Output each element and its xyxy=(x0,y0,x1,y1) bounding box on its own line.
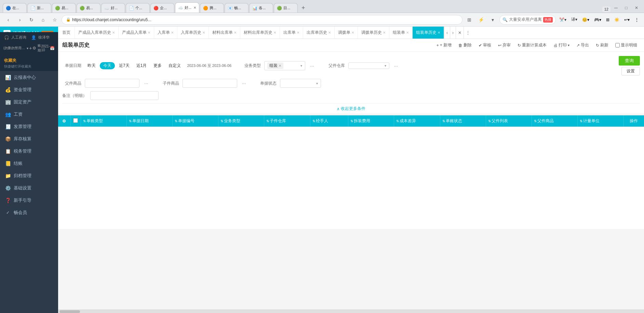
yesterday-btn[interactable]: 昨天 xyxy=(85,62,98,69)
tab-close-assembly-history[interactable]: ✕ xyxy=(438,31,440,34)
minimize-button[interactable]: ─ xyxy=(611,3,621,13)
browser-tab-11[interactable]: 📊各... xyxy=(249,3,273,13)
biz-type-select[interactable]: 组装 ✕ ▾ xyxy=(264,61,305,70)
delete-button[interactable]: 🗑 删除 xyxy=(456,41,474,49)
menu-button[interactable]: ⋮ xyxy=(633,17,641,23)
col-doc-type[interactable]: ⇅单账类型 xyxy=(81,115,126,127)
print-button[interactable]: 🖨 打印 ▾ xyxy=(551,41,572,49)
sidebar-item-tax[interactable]: 📋 税务管理 xyxy=(0,145,58,157)
recalc-button[interactable]: ↻ 重新计算成本 xyxy=(515,41,549,49)
show-detail-checkbox[interactable]: 显示明细 xyxy=(613,41,640,49)
horizontal-scrollbar[interactable] xyxy=(58,310,644,313)
col-handler[interactable]: ⇅经手人 xyxy=(310,115,348,127)
col-doc-status[interactable]: ⇅单账状态 xyxy=(440,115,486,127)
sidebar-item-assets[interactable]: 🏢 固定资产 xyxy=(0,96,58,108)
settings-col-icon[interactable]: ⚙ xyxy=(62,119,66,124)
add-company-icon[interactable]: + xyxy=(29,45,32,51)
nav-scroll-right[interactable]: › xyxy=(450,27,456,39)
parent-warehouse-more[interactable]: ··· xyxy=(393,63,400,69)
nav-tab-assembly[interactable]: 组装单 ✕ xyxy=(389,27,413,39)
game-tool[interactable]: 🎮▾ xyxy=(593,17,603,22)
custom-date-btn[interactable]: 自定义 xyxy=(166,62,184,69)
audit-button[interactable]: ✔ 审核 xyxy=(476,41,494,49)
export-button[interactable]: ↗ 导出 xyxy=(574,41,592,49)
maximize-button[interactable]: □ xyxy=(621,3,631,13)
scissors-tool[interactable]: ✂️▾ xyxy=(558,17,568,22)
nav-tab-transfer-history[interactable]: 调拨单历史 ✕ xyxy=(358,27,389,39)
sidebar-item-finance[interactable]: 💰 资金管理 xyxy=(0,84,58,96)
sidebar-item-payroll[interactable]: 👥 工资 xyxy=(0,108,58,120)
refresh-button[interactable]: ↻ 刷新 xyxy=(593,41,611,49)
col-date[interactable]: ⇅单据日期 xyxy=(126,115,172,127)
print-dropdown-icon[interactable]: ▾ xyxy=(568,43,569,47)
biz-type-dropdown[interactable]: ▾ xyxy=(300,64,302,68)
nav-tab-product[interactable]: 产成品入库单 ✕ xyxy=(119,27,154,39)
forward-button[interactable]: › xyxy=(15,15,25,25)
search-bar[interactable]: 🔍 大量安卓用户逃离 热搜 xyxy=(499,15,556,25)
browser-tab-10[interactable]: 📧畅... xyxy=(225,3,249,13)
show-detail-check[interactable] xyxy=(615,43,620,47)
nav-close-all[interactable]: ✕ xyxy=(456,27,464,39)
tab-close-outbound-history[interactable]: ✕ xyxy=(328,31,331,34)
nav-tab-home[interactable]: 首页 xyxy=(58,27,75,39)
nav-tab-product-history[interactable]: 产成品入库单历史 ✕ xyxy=(75,27,119,39)
browser-tab-1[interactable]: 🔵在... xyxy=(3,3,27,13)
sidebar-item-settings[interactable]: ⚙️ 基础设置 xyxy=(0,182,58,194)
grid-tool[interactable]: ⊞ xyxy=(605,17,611,22)
col-cost-diff[interactable]: ⇅成本差异 xyxy=(394,115,440,127)
lightning-button[interactable]: ⚡ xyxy=(476,15,486,25)
biz-type-tag-close[interactable]: ✕ xyxy=(279,64,281,68)
tab-close-material-out[interactable]: ✕ xyxy=(234,31,237,34)
sidebar-item-archive[interactable]: 📁 归档管理 xyxy=(0,170,58,182)
child-goods-more[interactable]: ··· xyxy=(241,81,247,86)
col-parent-goods[interactable]: ⇅父件商品 xyxy=(532,115,578,127)
tab-close-transfer[interactable]: ✕ xyxy=(351,31,354,34)
add-button[interactable]: + + 新增 xyxy=(434,41,454,49)
nav-scroll-left[interactable]: ‹ xyxy=(444,27,450,39)
translate-tool[interactable]: 译▾ xyxy=(570,17,579,23)
back-button[interactable]: ‹ xyxy=(3,15,13,25)
col-child-warehouse[interactable]: ⇅子件仓库 xyxy=(264,115,310,127)
home-button[interactable]: ⌂ xyxy=(38,15,48,25)
sun-tool[interactable]: ☀️ xyxy=(613,17,621,22)
user-info[interactable]: 🎧 人工咨询 👤 徐泽华 xyxy=(0,32,58,43)
status-select[interactable]: ▾ xyxy=(280,79,321,88)
col-parent-list[interactable]: ⇅父件列表 xyxy=(486,115,532,127)
tab-close-inbound-history[interactable]: ✕ xyxy=(202,31,205,34)
address-bar[interactable]: 🔒 https://cloud.chanjet.com/accounting/u… xyxy=(62,15,462,25)
parent-warehouse-dropdown[interactable]: ▾ xyxy=(385,64,386,68)
browser-tab-12[interactable]: 🟢目... xyxy=(274,3,298,13)
browser-tab-2[interactable]: 📄新... xyxy=(27,3,51,13)
nav-tab-assembly-history-active[interactable]: 组装单历史 ✕ xyxy=(413,27,444,39)
dropdown-button[interactable]: ▾ xyxy=(488,15,497,25)
sidebar-item-closing[interactable]: 📒 结账 xyxy=(0,157,58,170)
sidebar-item-member[interactable]: ✓ 畅会员 xyxy=(0,207,58,219)
company-selector[interactable]: (勿删勿禁用）江西服宝测试专用 ▾ + ⚙ 账期 2021-10 📅 xyxy=(0,41,58,56)
tab-close-transfer-history[interactable]: ✕ xyxy=(383,31,386,34)
child-goods-input[interactable] xyxy=(183,79,237,88)
tab-close-product[interactable]: ✕ xyxy=(148,31,150,34)
setting-filter-button[interactable]: 设置 xyxy=(621,67,640,75)
parent-goods-input[interactable] xyxy=(85,79,139,88)
tab-close-outbound[interactable]: ✕ xyxy=(297,31,299,34)
nav-tab-outbound[interactable]: 出库单 ✕ xyxy=(280,27,303,39)
query-button[interactable]: 查询 xyxy=(619,56,640,66)
sidebar-item-reports[interactable]: 📊 云报表中心 xyxy=(0,71,58,84)
bookmark-button[interactable]: ☆ xyxy=(50,15,59,25)
browser-tab-7[interactable]: 🔴企... xyxy=(150,3,174,13)
browser-tab-8-active[interactable]: ☁️好... ✕ xyxy=(175,2,199,13)
nav-tab-inbound-history[interactable]: 入库单历史 ✕ xyxy=(177,27,209,39)
more-date-btn[interactable]: 更多 xyxy=(151,62,164,69)
tab-close-8[interactable]: ✕ xyxy=(193,6,196,10)
nav-tab-transfer[interactable]: 调拨单 ✕ xyxy=(335,27,358,39)
close-button[interactable]: ✕ xyxy=(632,3,641,13)
month1-btn[interactable]: 近1月 xyxy=(134,62,150,69)
tab-close-material-out-history[interactable]: ✕ xyxy=(273,31,276,34)
calendar-icon[interactable]: 📅 xyxy=(50,46,55,51)
browser-tab-5[interactable]: ☁️好... xyxy=(101,3,125,13)
remark-input[interactable] xyxy=(90,91,159,100)
nav-tab-material-out-history[interactable]: 材料出库单历史 ✕ xyxy=(240,27,280,39)
undo-tool[interactable]: ↩▾ xyxy=(623,17,631,22)
settings-icon[interactable]: ⚙ xyxy=(32,46,36,51)
col-number[interactable]: ⇅单据编号 xyxy=(172,115,218,127)
